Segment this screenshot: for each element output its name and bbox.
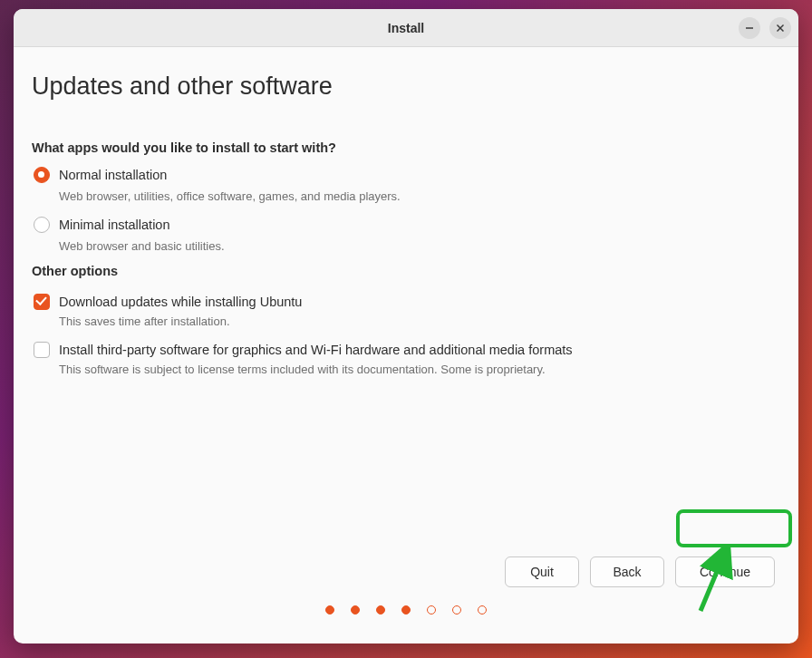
progress-dot (427, 605, 436, 614)
progress-dots (32, 593, 780, 634)
installer-window: Install Updates and other software What … (14, 9, 798, 643)
download-updates-label: Download updates while installing Ubuntu (59, 293, 302, 311)
checkbox-icon (34, 294, 50, 310)
spacer (32, 389, 780, 551)
third-party-option[interactable]: Install third-party software for graphic… (34, 341, 780, 359)
progress-dot (325, 605, 334, 614)
close-button[interactable] (769, 17, 791, 39)
page-heading: Updates and other software (32, 73, 780, 101)
normal-install-label: Normal installation (59, 166, 167, 184)
other-options-heading: Other options (32, 264, 780, 278)
progress-dot (452, 605, 461, 614)
button-row: Quit Back Continue (32, 551, 780, 593)
third-party-desc: This software is subject to license term… (59, 363, 780, 376)
normal-installation-option[interactable]: Normal installation (34, 166, 780, 184)
normal-install-desc: Web browser, utilities, office software,… (59, 189, 780, 203)
minimal-install-label: Minimal installation (59, 216, 170, 234)
progress-dot (376, 605, 385, 614)
window-buttons (739, 9, 791, 46)
window-title: Install (388, 21, 424, 35)
minimal-installation-option[interactable]: Minimal installation (34, 216, 780, 234)
back-button[interactable]: Back (590, 556, 664, 587)
quit-button[interactable]: Quit (505, 556, 579, 587)
progress-dot (478, 605, 487, 614)
minimize-icon (745, 24, 754, 33)
radio-icon (34, 167, 50, 183)
titlebar: Install (14, 9, 798, 47)
progress-dot (401, 605, 411, 614)
minimal-install-desc: Web browser and basic utilities. (59, 239, 780, 253)
close-icon (776, 24, 785, 33)
apps-question: What apps would you like to install to s… (32, 140, 780, 155)
progress-dot (351, 605, 360, 614)
minimize-button[interactable] (739, 17, 760, 39)
checkbox-icon (34, 342, 50, 358)
download-updates-desc: This saves time after installation. (59, 314, 780, 328)
download-updates-option[interactable]: Download updates while installing Ubuntu (34, 293, 780, 311)
content-area: Updates and other software What apps wou… (14, 47, 798, 643)
other-options-block: Download updates while installing Ubuntu… (32, 291, 780, 389)
third-party-label: Install third-party software for graphic… (59, 341, 573, 359)
continue-button[interactable]: Continue (675, 556, 775, 587)
radio-icon (34, 217, 50, 233)
